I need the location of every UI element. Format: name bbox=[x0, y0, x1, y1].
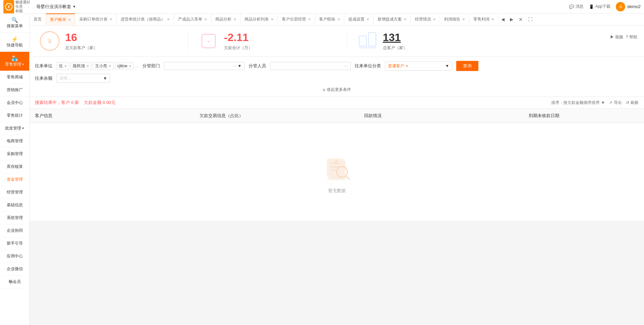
filter-label-person: 分管人员 bbox=[249, 63, 266, 69]
tab-close-purchase-order-stats[interactable]: ✕ bbox=[110, 17, 112, 21]
sidebar-item-vip-member[interactable]: 畅会员 bbox=[0, 276, 29, 288]
tab-close-new-commission-plan[interactable]: ✕ bbox=[404, 17, 406, 21]
download-icon: 📱 bbox=[589, 4, 594, 9]
tag-unit-cjttcw[interactable]: cjttcw ✕ bbox=[115, 63, 134, 69]
logo-text: 畅捷通好生意 标版 bbox=[15, 0, 33, 13]
tab-close-goods-inbound-stats[interactable]: ✕ bbox=[167, 17, 170, 21]
chevron-down-icon: ▼ bbox=[238, 64, 242, 68]
tab-close-product-analysis[interactable]: ✕ bbox=[233, 17, 236, 21]
sidebar-item-new-guide[interactable]: 新手引导 bbox=[0, 237, 29, 250]
tab-product-analysis[interactable]: 商品分析 ✕ bbox=[211, 13, 241, 26]
sidebar-item-basic-info[interactable]: 基础信息 bbox=[0, 199, 29, 212]
card-icon-debt: + bbox=[199, 31, 219, 51]
tab-close-product-inbound[interactable]: ✕ bbox=[204, 17, 207, 21]
tab-close-customer-account[interactable]: ✕ bbox=[68, 18, 71, 22]
sidebar-item-purchase-mgmt[interactable]: 采购管理 bbox=[0, 148, 29, 160]
tab-close-customer-tier[interactable]: ✕ bbox=[308, 17, 311, 21]
tab-product-inbound[interactable]: 产成品入库单 ✕ bbox=[174, 13, 211, 26]
tab-purchase-order-stats[interactable]: 采购订单统计表 ✕ bbox=[75, 13, 117, 26]
card-icon-customers: ¥ bbox=[40, 31, 60, 51]
tag-close-wangxiaoliang[interactable]: ✕ bbox=[109, 64, 111, 68]
collapse-btn[interactable]: ∧ 收起更多条件 bbox=[323, 87, 351, 93]
video-icon: ▶ bbox=[610, 35, 614, 39]
sidebar-item-marketing[interactable]: 营销推广 bbox=[0, 84, 29, 97]
sidebar-item-app-center[interactable]: 应用中心 bbox=[0, 250, 29, 263]
tab-profit-report[interactable]: 利润报告 ✕ bbox=[440, 13, 469, 26]
tab-customer-contact[interactable]: 客户联络 ✕ bbox=[315, 13, 344, 26]
total-customers-value[interactable]: 131 bbox=[383, 31, 407, 44]
tab-close-product-analysis-list[interactable]: ✕ bbox=[271, 17, 273, 21]
sidebar-item-ecommerce-mgmt[interactable]: 电商管理 bbox=[0, 135, 29, 148]
summary-card-total-customers: 131 总客户（家） ▶ 视频 ? 帮助 bbox=[347, 31, 644, 51]
sidebar-item-retail-mall[interactable]: 零售商城 bbox=[0, 71, 29, 84]
tab-close-all[interactable]: ✕ bbox=[516, 17, 525, 22]
svg-text:¥: ¥ bbox=[8, 5, 10, 9]
sidebar-item-capital-mgmt[interactable]: 资金管理 bbox=[0, 173, 29, 186]
tab-scroll-left[interactable]: ◀ bbox=[499, 17, 507, 22]
app-download-btn[interactable]: 📱 App下载 bbox=[589, 4, 610, 9]
tag-unit-chenminqiang[interactable]: 陈民强 ✕ bbox=[71, 62, 91, 70]
help-btn[interactable]: ? 帮助 bbox=[626, 34, 637, 40]
filter-select-dept[interactable]: ··· ▼ bbox=[164, 62, 245, 70]
sidebar-item-enterprise-coop[interactable]: 企业协同 bbox=[0, 224, 29, 237]
sidebar-item-quick-nav[interactable]: ⚡ 快捷导航 bbox=[0, 33, 29, 52]
total-debt-amount-value: -2.11 bbox=[224, 31, 252, 44]
logo: ¥ 畅捷通好生意 标版 bbox=[3, 0, 33, 13]
tag-classify-selected[interactable]: 普通客户 ✕ bbox=[388, 63, 408, 69]
tab-business-situation[interactable]: 经营情况 ✕ bbox=[411, 13, 440, 26]
tab-product-analysis-list[interactable]: 商品分析列表 ✕ bbox=[241, 13, 278, 26]
sidebar-item-inventory[interactable]: 库存核算 bbox=[0, 160, 29, 173]
tag-more-btn[interactable]: ... bbox=[135, 64, 138, 68]
tab-close-retail-profit[interactable]: ✕ bbox=[491, 17, 494, 21]
tab-scroll-right[interactable]: ▶ bbox=[507, 17, 516, 22]
data-table: 客户信息 欠款交易信息（占比） 回款情况 到期未收款日期 bbox=[30, 109, 644, 221]
more-icon: ··· bbox=[233, 64, 236, 68]
tab-fullscreen[interactable]: ⛶ bbox=[525, 17, 535, 22]
tab-home[interactable]: 首页 bbox=[30, 13, 46, 26]
sidebar-item-search-menu[interactable]: 🔍 搜索菜单 bbox=[0, 13, 29, 33]
export-btn[interactable]: ↗ 导出 bbox=[609, 100, 622, 106]
tag-close-chenminqiang[interactable]: ✕ bbox=[86, 64, 89, 68]
tag-unit-wu[interactable]: 伍 ✕ bbox=[56, 62, 69, 70]
sidebar-item-retail-mgmt[interactable]: 🏪 零售管理 ▼ bbox=[0, 52, 29, 71]
sidebar-item-business-mgmt[interactable]: 经营管理 bbox=[0, 186, 29, 199]
help-icon: ? bbox=[626, 35, 628, 39]
summary-card-debt-amount: + -2.11 欠款合计（万） bbox=[188, 31, 347, 51]
tab-retail-profit[interactable]: 零售利润 ✕ bbox=[469, 13, 499, 26]
user-area[interactable]: d demo2 bbox=[616, 2, 641, 11]
tab-close-business-situation[interactable]: ✕ bbox=[433, 17, 436, 21]
message-btn[interactable]: 💬 消息 bbox=[569, 4, 584, 9]
empty-state: 暂无数据 bbox=[30, 123, 644, 221]
filter-select-remainder[interactable]: 选择... ▼ bbox=[56, 74, 110, 83]
tab-customer-account[interactable]: 客户账本 ✕ bbox=[46, 13, 75, 26]
sidebar-item-member-center[interactable]: 会员中心 bbox=[0, 97, 29, 109]
video-help-btn[interactable]: ▶ 视频 bbox=[610, 34, 623, 40]
filter-select-person[interactable]: ··· bbox=[270, 62, 351, 70]
total-debt-customers-value: 16 bbox=[65, 31, 97, 44]
tab-commission-settings[interactable]: 提成设置 ✕ bbox=[344, 13, 374, 26]
tab-close-commission-settings[interactable]: ✕ bbox=[367, 17, 369, 21]
tab-goods-inbound-stats[interactable]: 进货单统计表（按商品） ✕ bbox=[117, 13, 174, 26]
sidebar-item-system-mgmt[interactable]: 系统管理 bbox=[0, 212, 29, 224]
tab-new-commission-plan[interactable]: 新增提成方案 ✕ bbox=[374, 13, 411, 26]
tag-unit-wangxiaoliang[interactable]: 王小亮 ✕ bbox=[93, 62, 114, 70]
tab-close-profit-report[interactable]: ✕ bbox=[462, 17, 465, 21]
tag-close-cjttcw[interactable]: ✕ bbox=[129, 64, 131, 68]
sort-selector[interactable]: 排序：按欠款金额倒序排序 ▼ bbox=[551, 100, 605, 106]
tag-close-wu[interactable]: ✕ bbox=[64, 64, 67, 68]
sidebar-item-enterprise-wechat[interactable]: 企业微信 bbox=[0, 263, 29, 276]
tab-customer-tier[interactable]: 客户分层经营 ✕ bbox=[278, 13, 315, 26]
sidebar-item-wholesale-mgmt[interactable]: 批发管理 ▼ bbox=[0, 122, 29, 135]
chevron-down-icon-remainder: ▼ bbox=[103, 76, 107, 81]
col-header-customer: 客户信息 bbox=[35, 113, 200, 119]
tab-close-customer-contact[interactable]: ✕ bbox=[337, 17, 340, 21]
filter-select-classify[interactable]: 普通客户 ✕ ▼ bbox=[385, 62, 452, 71]
chevron-down-icon-sort: ▼ bbox=[601, 100, 605, 105]
query-button[interactable]: 查询 bbox=[456, 61, 478, 71]
result-actions: 排序：按欠款金额倒序排序 ▼ ↗ 导出 ↺ 刷新 bbox=[551, 100, 639, 106]
filter-label-remainder: 往来余额 bbox=[35, 75, 52, 81]
refresh-btn[interactable]: ↺ 刷新 bbox=[626, 100, 639, 106]
sidebar-item-retail-stats[interactable]: 零售统计 bbox=[0, 109, 29, 122]
industry-selector[interactable]: 母婴行业演示帐套 ▼ bbox=[36, 4, 76, 10]
tag-close-classify[interactable]: ✕ bbox=[405, 64, 408, 68]
